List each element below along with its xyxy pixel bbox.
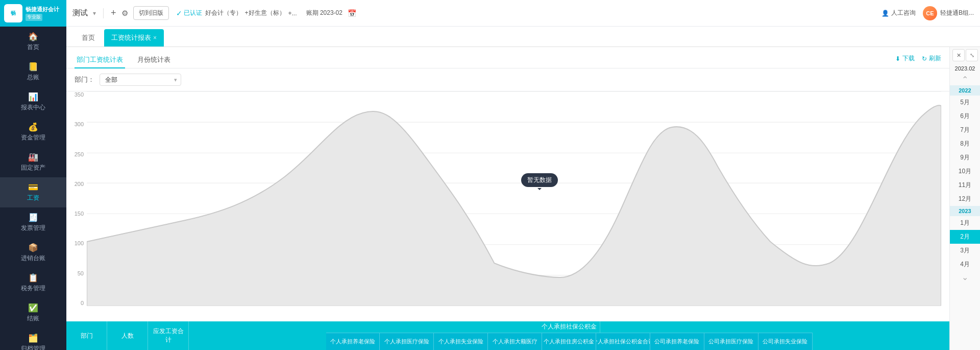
th-sub-个人承担大额医疗: 个人承担大额医疗 <box>488 333 542 351</box>
period-label: 账期 2023-02 <box>306 9 342 17</box>
refresh-button[interactable]: ↻ 刷新 <box>922 54 941 63</box>
refresh-icon: ↻ <box>922 55 927 62</box>
sidebar-item-reports[interactable]: 📊 报表中心 <box>0 87 66 117</box>
archive-icon: 🗂️ <box>28 333 38 343</box>
sidebar-label-archive: 归档管理 <box>21 344 45 350</box>
chart-container: 050100150200250300350 <box>66 91 949 321</box>
date-month-2023-4月[interactable]: 4月 <box>950 258 980 271</box>
th-sub-个人承担医疗保险: 个人承担医疗保险 <box>380 333 434 351</box>
sidebar-item-stock[interactable]: 📦 进销台账 <box>0 238 66 268</box>
th-sub-公司承担养老保险: 公司承担养老保险 <box>650 333 704 351</box>
sidebar-item-tax[interactable]: 📋 税务管理 <box>0 268 66 298</box>
sub-tab-dept[interactable]: 部门工资统计表 <box>75 52 125 68</box>
date-year-2023: 2023 <box>950 206 980 216</box>
tab-salary_report[interactable]: 工资统计报表× <box>104 29 164 46</box>
sub-tab-monthly[interactable]: 月份统计表 <box>135 52 173 68</box>
sidebar-label-home: 首页 <box>27 43 39 52</box>
th-sub-个人承担失业保险: 个人承担失业保险 <box>434 333 488 351</box>
date-nav-up[interactable]: ⌃ <box>959 74 971 85</box>
sidebar-label-tax: 税务管理 <box>21 284 45 293</box>
y-label-100: 100 <box>66 240 87 246</box>
avatar: CE <box>923 6 937 20</box>
y-label-0: 0 <box>66 300 87 306</box>
user-profile[interactable]: CE 轻捷通B组... <box>923 6 974 20</box>
period-value: 2023-02 <box>320 9 342 16</box>
sidebar-item-archive[interactable]: 🗂️ 归档管理 <box>0 328 66 350</box>
home-icon: 🏠 <box>28 32 38 41</box>
date-month-2023-3月[interactable]: 3月 <box>950 244 980 258</box>
sidebar-label-reports: 报表中心 <box>21 103 45 112</box>
sidebar-item-salary[interactable]: 💳 工资 <box>0 177 66 207</box>
th-sub-个人承担住房公积金: 个人承担住房公积金 <box>542 333 596 351</box>
app-logo-icon: 畅 <box>4 4 22 22</box>
sidebar-item-checkout[interactable]: ✅ 结账 <box>0 298 66 328</box>
filter-bar: 部门： 全部 ▾ <box>66 68 949 91</box>
checkout-icon: ✅ <box>28 303 38 313</box>
th-group-personal-insurance: 个人承担社保公积金个人承担养老保险个人承担医疗保险个人承担失业保险个人承担大额医… <box>189 321 949 350</box>
date-month-2022-10月[interactable]: 10月 <box>950 165 980 178</box>
sidebar-item-assets[interactable]: 🏭 固定资产 <box>0 147 66 177</box>
dept-select[interactable]: 全部 <box>100 74 181 86</box>
date-month-2022-9月[interactable]: 9月 <box>950 151 980 165</box>
download-icon: ⬇ <box>895 55 900 62</box>
th-sub-个人承担社保公积金合计: 个人承担社保公积金合计 <box>596 333 650 351</box>
topbar-dropdown-arrow[interactable]: ▾ <box>93 10 96 17</box>
topbar-add-button[interactable]: + <box>111 8 116 18</box>
sidebar-label-invoice: 发票管理 <box>21 224 45 232</box>
table-header: 部门人数应发工资合计个人承担社保公积金个人承担养老保险个人承担医疗保险个人承担失… <box>66 321 949 350</box>
tab-label-home: 首页 <box>82 34 95 41</box>
date-month-2022-5月[interactable]: 5月 <box>950 96 980 109</box>
close-panel-button[interactable]: ✕ <box>952 49 965 61</box>
content-with-sidebar: 部门工资统计表 月份统计表 ⬇ 下载 ↻ 刷新 部门： <box>66 47 980 350</box>
sidebar-label-stock: 进销台账 <box>21 254 45 263</box>
calendar-icon[interactable]: 📅 <box>348 9 356 17</box>
th-sub-公司承担失业保险: 公司承担失业保险 <box>758 333 813 351</box>
sidebar-label-funds: 资金管理 <box>21 133 45 142</box>
tab-home[interactable]: 首页 <box>75 29 102 46</box>
help-icon: 👤 <box>881 10 889 17</box>
sidebar-item-home[interactable]: 🏠 首页 <box>0 27 66 57</box>
sidebar-label-ledger: 总账 <box>27 73 39 82</box>
date-months-list: 20225月6月7月8月9月10月11月12月20231月2月3月4月 <box>950 85 980 271</box>
th-应发工资合计: 应发工资合计 <box>148 321 189 350</box>
app-logo-text: 畅捷通好会计 专业版 <box>26 6 59 21</box>
th-人数: 人数 <box>107 321 148 350</box>
topbar-right: 👤 人工咨询 CE 轻捷通B组... <box>881 6 974 20</box>
switch-old-version-button[interactable]: 切到旧版 <box>133 6 169 20</box>
topbar-title: 测试 <box>72 8 88 18</box>
y-label-300: 300 <box>66 121 87 127</box>
sidebar: 畅 畅捷通好会计 专业版 🏠 首页📒 总账📊 报表中心💰 资金管理🏭 固定资产💳… <box>0 0 66 350</box>
content-area: 部门工资统计表 月份统计表 ⬇ 下载 ↻ 刷新 部门： <box>66 47 949 350</box>
date-month-2022-11月[interactable]: 11月 <box>950 178 980 192</box>
topbar-settings-icon[interactable]: ⚙ <box>121 9 128 18</box>
date-month-2022-8月[interactable]: 8月 <box>950 137 980 151</box>
assets-icon: 🏭 <box>28 152 38 162</box>
y-label-250: 250 <box>66 151 87 157</box>
date-month-2023-2月[interactable]: 2月 <box>950 230 980 244</box>
date-nav-down[interactable]: ⌄ <box>959 271 971 283</box>
chart-inner: 暂无数据 <box>87 91 941 306</box>
date-month-2022-6月[interactable]: 6月 <box>950 109 980 123</box>
sidebar-item-invoice[interactable]: 🧾 发票管理 <box>0 207 66 238</box>
th-部门: 部门 <box>66 321 107 350</box>
date-month-2022-7月[interactable]: 7月 <box>950 123 980 137</box>
area-chart-svg <box>87 91 941 306</box>
tab-close-salary_report[interactable]: × <box>153 34 157 41</box>
certified-badge: ✓ 已认证 <box>176 9 202 17</box>
download-button[interactable]: ⬇ 下载 <box>895 54 915 63</box>
sub-tabbar: 部门工资统计表 月份统计表 ⬇ 下载 ↻ 刷新 <box>66 47 949 68</box>
sub-tab-actions: ⬇ 下载 ↻ 刷新 <box>895 54 941 66</box>
resize-panel-button[interactable]: ⤡ <box>966 49 978 61</box>
date-month-2022-12月[interactable]: 12月 <box>950 192 980 206</box>
dept-filter-label: 部门： <box>75 75 94 84</box>
topbar: 测试 ▾ + ⚙ 切到旧版 ✓ 已认证 好会计（专） +好生意（标） +... … <box>66 0 980 27</box>
th-sub-个人承担养老保险: 个人承担养老保险 <box>326 333 380 351</box>
sidebar-item-ledger[interactable]: 📒 总账 <box>0 57 66 87</box>
invoice-icon: 🧾 <box>28 213 38 222</box>
x-axis-line <box>87 306 941 306</box>
help-button[interactable]: 👤 人工咨询 <box>881 9 916 17</box>
sidebar-logo: 畅 畅捷通好会计 专业版 <box>0 0 66 27</box>
sidebar-item-funds[interactable]: 💰 资金管理 <box>0 117 66 147</box>
tab-label-salary_report: 工资统计报表 <box>111 34 151 41</box>
date-month-2023-1月[interactable]: 1月 <box>950 216 980 230</box>
